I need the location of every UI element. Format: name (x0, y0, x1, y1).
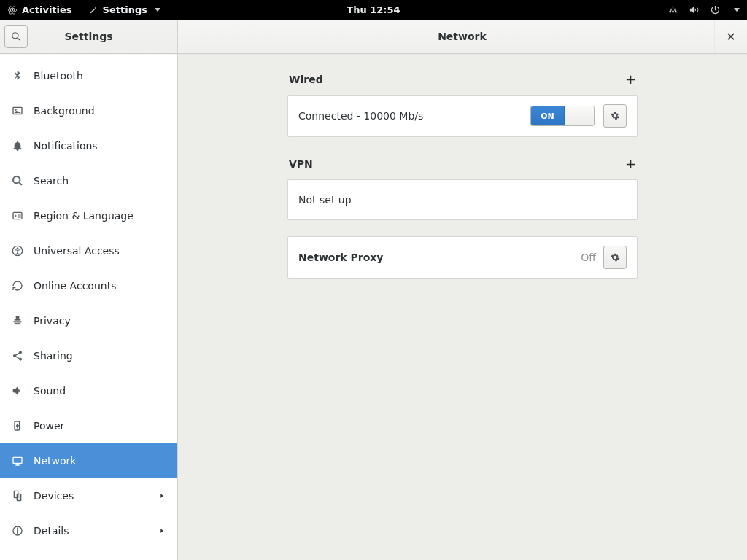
sidebar-item-region-language[interactable]: Region & Language (0, 198, 177, 233)
sidebar-item-label: Bluetooth (34, 70, 83, 82)
main-header: Network ✕ (178, 20, 747, 54)
svg-rect-20 (17, 528, 18, 529)
gear-icon (610, 252, 620, 262)
svg-rect-19 (17, 530, 18, 534)
sidebar-item-label: Sound (34, 385, 66, 397)
vpn-heading: VPN (289, 158, 313, 170)
sidebar-item-label: Devices (34, 490, 74, 502)
switch-on-label: ON (531, 106, 565, 125)
devices-icon (12, 490, 23, 502)
sidebar-item-power[interactable]: Power (0, 408, 177, 443)
activities-label: Activities (22, 4, 72, 15)
sidebar-item-label: Region & Language (34, 210, 133, 222)
privacy-icon (12, 315, 23, 327)
sidebar-item-label: Universal Access (34, 245, 120, 257)
gear-icon (610, 111, 620, 121)
search-button[interactable] (4, 25, 28, 48)
proxy-state: Off (581, 252, 596, 263)
search-icon (11, 31, 21, 42)
sidebar-list: BluetoothBackgroundNotificationsSearchRe… (0, 58, 177, 548)
network-icon (12, 455, 23, 467)
background-icon (12, 105, 23, 117)
volume-icon (689, 4, 700, 15)
power-icon (12, 420, 23, 432)
wired-settings-button[interactable] (603, 104, 627, 128)
gnome-topbar: Activities Settings Thu 12:54 (0, 0, 747, 20)
atom-icon (7, 5, 18, 15)
sidebar-item-search[interactable]: Search (0, 163, 177, 198)
network-icon (667, 4, 678, 15)
universal-access-icon (12, 245, 23, 257)
wired-heading: Wired (289, 74, 323, 85)
wired-section: Wired + Connected - 10000 Mb/s ON (287, 73, 638, 137)
bluetooth-icon (12, 70, 23, 82)
add-wired-button[interactable]: + (625, 73, 636, 86)
page-title: Network (210, 31, 714, 42)
vpn-row: Not set up (288, 180, 637, 219)
proxy-settings-button[interactable] (603, 246, 627, 269)
vpn-status: Not set up (298, 194, 352, 206)
close-button[interactable]: ✕ (714, 20, 747, 53)
sidebar-item-label: Notifications (34, 140, 98, 152)
details-icon (12, 525, 23, 537)
plus-icon: + (625, 156, 636, 171)
sidebar-item-bluetooth[interactable]: Bluetooth (0, 58, 177, 93)
sidebar-item-devices[interactable]: Devices (0, 478, 177, 513)
online-accounts-icon (12, 280, 23, 292)
sidebar-item-label: Power (34, 420, 64, 432)
proxy-label: Network Proxy (298, 252, 383, 263)
svg-point-7 (15, 215, 16, 217)
region-language-icon (12, 210, 23, 222)
sidebar-item-label: Background (34, 105, 95, 117)
proxy-row[interactable]: Network Proxy Off (288, 237, 637, 278)
sidebar-item-label: Search (34, 175, 69, 187)
svg-rect-14 (13, 457, 22, 463)
clock-label: Thu 12:54 (347, 4, 400, 15)
wired-switch[interactable]: ON (530, 106, 595, 126)
switch-knob (565, 106, 594, 125)
sidebar-item-universal-access[interactable]: Universal Access (0, 233, 177, 268)
sidebar-item-online-accounts[interactable]: Online Accounts (0, 268, 177, 303)
main-panel: Network ✕ Wired + Connected - 10000 Mb/s (178, 20, 747, 560)
svg-rect-16 (17, 494, 20, 500)
chevron-right-icon (158, 490, 166, 502)
sidebar-header: Settings (0, 20, 177, 54)
sidebar-item-background[interactable]: Background (0, 93, 177, 128)
svg-point-0 (12, 9, 13, 10)
sidebar-item-label: Online Accounts (34, 280, 116, 292)
power-icon (710, 4, 721, 15)
svg-point-5 (15, 109, 16, 111)
svg-point-9 (17, 248, 18, 249)
sidebar-item-label: Details (34, 525, 69, 537)
proxy-section: Network Proxy Off (287, 236, 638, 279)
app-menu-label: Settings (103, 4, 147, 15)
activities-button[interactable]: Activities (4, 3, 75, 17)
sidebar-item-label: Privacy (34, 315, 71, 327)
clock-button[interactable]: Thu 12:54 (347, 4, 400, 15)
close-icon: ✕ (726, 30, 735, 44)
chevron-down-icon (734, 8, 740, 12)
wired-status: Connected - 10000 Mb/s (298, 110, 423, 122)
sidebar-item-details[interactable]: Details (0, 513, 177, 548)
notifications-icon (12, 140, 23, 152)
wired-connection-row: Connected - 10000 Mb/s ON (288, 96, 637, 136)
chevron-right-icon (158, 525, 166, 537)
sound-icon (12, 385, 23, 397)
sidebar: Settings BluetoothBackgroundNotification… (0, 20, 178, 560)
sidebar-item-sharing[interactable]: Sharing (0, 338, 177, 373)
search-icon (12, 175, 23, 187)
plus-icon: + (625, 71, 636, 87)
sidebar-item-privacy[interactable]: Privacy (0, 303, 177, 338)
sharing-icon (12, 350, 23, 362)
app-menu-button[interactable]: Settings (85, 3, 163, 17)
vpn-section: VPN + Not set up (287, 158, 638, 220)
settings-window: Settings BluetoothBackgroundNotification… (0, 20, 747, 560)
sidebar-item-label: Network (34, 455, 76, 467)
sidebar-item-network[interactable]: Network (0, 443, 177, 478)
chevron-down-icon (155, 8, 160, 12)
sidebar-item-label: Sharing (34, 350, 73, 362)
sidebar-item-sound[interactable]: Sound (0, 373, 177, 408)
sidebar-item-notifications[interactable]: Notifications (0, 128, 177, 163)
status-menu[interactable] (667, 4, 743, 15)
add-vpn-button[interactable]: + (625, 158, 636, 171)
